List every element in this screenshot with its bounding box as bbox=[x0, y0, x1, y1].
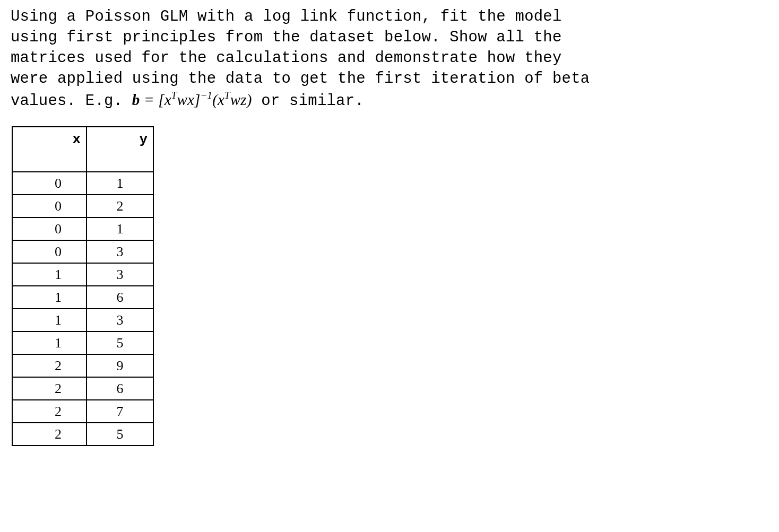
cell-x: 1 bbox=[12, 286, 86, 309]
cell-y: 6 bbox=[86, 286, 153, 309]
formula-transpose-1: T bbox=[171, 90, 177, 101]
table-header: x y bbox=[12, 127, 153, 172]
table-row: 1 6 bbox=[12, 286, 153, 309]
cell-x: 1 bbox=[12, 263, 86, 286]
cell-y: 6 bbox=[86, 377, 153, 400]
cell-x: 0 bbox=[12, 172, 86, 195]
table-row: 1 5 bbox=[12, 332, 153, 354]
formula-paren-close: ) bbox=[247, 91, 252, 108]
problem-line-5: values. E.g. b = [xTwx]−1(xTwz) or simil… bbox=[11, 92, 364, 110]
cell-y: 3 bbox=[86, 263, 153, 286]
formula-transpose-2: T bbox=[224, 90, 230, 101]
formula-wx: wx bbox=[177, 91, 194, 108]
table-row: 2 6 bbox=[12, 377, 153, 400]
cell-y: 3 bbox=[86, 309, 153, 332]
table-body: 0 1 0 2 0 1 0 3 1 3 1 6 bbox=[12, 172, 153, 446]
cell-x: 0 bbox=[12, 217, 86, 240]
table-row: 1 3 bbox=[12, 263, 153, 286]
table-row: 0 1 bbox=[12, 217, 153, 240]
problem-line-4: were applied using the data to get the f… bbox=[11, 70, 590, 88]
cell-x: 2 bbox=[12, 423, 86, 446]
cell-x: 2 bbox=[12, 377, 86, 400]
table-row: 0 3 bbox=[12, 240, 153, 263]
formula-x1: x bbox=[165, 91, 171, 108]
cell-y: 5 bbox=[86, 423, 153, 446]
problem-line-2: using first principles from the dataset … bbox=[11, 29, 562, 46]
cell-x: 2 bbox=[12, 354, 86, 377]
cell-x: 1 bbox=[12, 309, 86, 332]
table-row: 2 7 bbox=[12, 400, 153, 423]
cell-x: 1 bbox=[12, 332, 86, 354]
line5-suffix: or similar. bbox=[252, 92, 364, 110]
table-row: 2 9 bbox=[12, 354, 153, 377]
problem-statement: Using a Poisson GLM with a log link func… bbox=[11, 6, 768, 111]
formula-inverse: −1 bbox=[201, 90, 213, 101]
formula-b: b bbox=[132, 91, 140, 108]
table-row: 0 1 bbox=[12, 172, 153, 195]
header-y: y bbox=[86, 127, 153, 172]
cell-x: 0 bbox=[12, 240, 86, 263]
formula-open-bracket: [ bbox=[158, 91, 165, 108]
header-x: x bbox=[12, 127, 86, 172]
formula-equals: = bbox=[140, 91, 159, 108]
cell-x: 0 bbox=[12, 195, 86, 217]
cell-y: 1 bbox=[86, 217, 153, 240]
cell-x: 2 bbox=[12, 400, 86, 423]
formula-expression: b = [xTwx]−1(xTwz) bbox=[132, 91, 252, 108]
problem-line-1: Using a Poisson GLM with a log link func… bbox=[11, 8, 562, 25]
formula-close-bracket: ] bbox=[194, 91, 201, 108]
line5-prefix: values. E.g. bbox=[11, 92, 132, 110]
formula-x2: x bbox=[218, 91, 224, 108]
page-root: Using a Poisson GLM with a log link func… bbox=[0, 0, 779, 457]
formula-wz: wz bbox=[230, 91, 247, 108]
table-header-row: x y bbox=[12, 127, 153, 172]
cell-y: 1 bbox=[86, 172, 153, 195]
cell-y: 2 bbox=[86, 195, 153, 217]
table-row: 2 5 bbox=[12, 423, 153, 446]
formula-paren-open: ( bbox=[212, 91, 218, 108]
problem-line-3: matrices used for the calculations and d… bbox=[11, 49, 562, 67]
cell-y: 9 bbox=[86, 354, 153, 377]
table-row: 0 2 bbox=[12, 195, 153, 217]
cell-y: 3 bbox=[86, 240, 153, 263]
table-row: 1 3 bbox=[12, 309, 153, 332]
data-table: x y 0 1 0 2 0 1 0 3 1 3 bbox=[12, 126, 154, 446]
cell-y: 7 bbox=[86, 400, 153, 423]
cell-y: 5 bbox=[86, 332, 153, 354]
